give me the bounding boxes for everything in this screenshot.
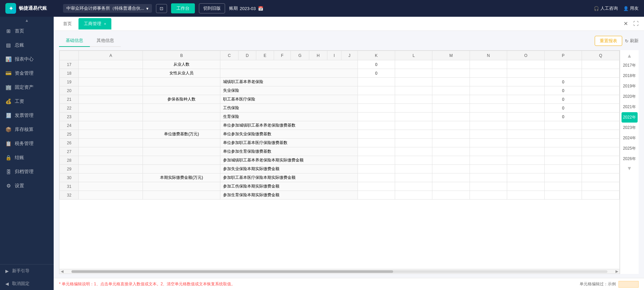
cell-25-N[interactable] [470,130,507,139]
cell-25-C[interactable]: 单位参加失业保险缴费基数 [220,130,358,139]
cell-22-K[interactable] [358,104,395,113]
spreadsheet-scroll[interactable]: ABCDEFGHIJKLMNOPQ 17从业人数018女性从业人员019城镇职工… [59,51,620,269]
cell-32-O[interactable] [507,191,544,200]
cell-19-L[interactable] [395,78,432,86]
cell-18-C[interactable] [220,69,358,78]
sub-tab-basic[interactable]: 基础信息 [59,35,90,47]
cell-20-C[interactable]: 失业保险 [220,86,358,95]
cell-22-A[interactable] [79,104,143,113]
sub-tab-other[interactable]: 其他信息 [90,35,121,47]
cell-22-C[interactable]: 工伤保险 [220,104,358,113]
user-menu[interactable]: 👤 用友 [623,5,639,11]
sidebar-scroll-up[interactable]: ▲ [0,17,54,24]
cell-22-P[interactable]: 0 [544,104,582,113]
cell-25-Q[interactable] [582,130,620,139]
cell-19-O[interactable] [507,78,544,86]
reset-report-button[interactable]: 重置报表 [595,36,622,46]
cell-30-M[interactable] [432,173,470,182]
cell-22-B[interactable] [143,104,220,113]
cell-30-O[interactable] [507,173,544,182]
cell-27-N[interactable] [470,147,507,156]
cell-18-P[interactable] [544,69,582,78]
cell-18-O[interactable] [507,69,544,78]
cell-29-L[interactable] [395,165,432,173]
cell-21-C[interactable]: 职工基本医疗保险 [220,95,358,104]
cell-32-P[interactable] [544,191,582,200]
cell-25-L[interactable] [395,130,432,139]
sidebar-item-settings[interactable]: ⚙ 设置 [0,179,54,193]
sidebar-item-inventory[interactable]: 📦 库存核算 [0,123,54,137]
cell-28-A[interactable] [79,156,143,165]
cell-21-A[interactable] [79,95,143,104]
year-item-2023年[interactable]: 2023年 [622,123,638,133]
cell-17-A[interactable] [79,60,143,69]
cell-29-C[interactable]: 参加失业保险本期实际缴费金额 [220,165,358,173]
cell-26-M[interactable] [432,139,470,147]
cell-21-B[interactable]: 参保各险种人数 [143,95,220,104]
cell-17-C[interactable] [220,60,358,69]
cell-24-N[interactable] [470,121,507,130]
cell-21-N[interactable] [470,95,507,104]
cell-32-M[interactable] [432,191,470,200]
cell-24-Q[interactable] [582,121,620,130]
cell-21-O[interactable] [507,95,544,104]
year-item-2021年[interactable]: 2021年 [622,102,638,112]
cell-32-K[interactable] [358,191,395,200]
cell-20-L[interactable] [395,86,432,95]
cell-25-A[interactable] [79,130,143,139]
cell-22-M[interactable] [432,104,470,113]
cell-31-K[interactable] [358,182,395,191]
cell-26-P[interactable] [544,139,582,147]
cell-27-C[interactable]: 单位参加生育保险缴费基数 [220,147,358,156]
cell-27-B[interactable] [143,147,220,156]
cell-25-O[interactable] [507,130,544,139]
cell-31-Q[interactable] [582,182,620,191]
cell-28-N[interactable] [470,156,507,165]
cell-30-B[interactable]: 本期实际缴费金额(万元) [143,173,220,182]
cell-18-Q[interactable] [582,69,620,78]
cell-24-M[interactable] [432,121,470,130]
year-item-2022年[interactable]: 2022年 [622,112,638,123]
cell-25-K[interactable] [358,130,395,139]
sidebar-bottom-unpin[interactable]: ◀ 取消固定 [0,277,54,290]
cell-18-M[interactable] [432,69,470,78]
h-scroll-track[interactable] [71,270,607,273]
cell-32-L[interactable] [395,191,432,200]
cell-21-Q[interactable] [582,95,620,104]
year-item-2020年[interactable]: 2020年 [622,91,638,102]
year-scroll-down-arrow[interactable]: ▼ [620,164,639,173]
cell-32-B[interactable] [143,191,220,200]
cell-32-Q[interactable] [582,191,620,200]
cell-20-M[interactable] [432,86,470,95]
cell-24-P[interactable] [544,121,582,130]
close-tab-btn[interactable]: ✕ [622,19,629,28]
company-selector[interactable]: 中审众环会计师事务所（特殊普通合伙... ▾ [63,4,152,13]
refresh-button[interactable]: ↻ 刷新 [625,38,639,44]
cell-23-K[interactable] [358,113,395,121]
ai-consult-btn[interactable]: 🎧 人工咨询 [594,5,618,11]
cell-31-C[interactable]: 参加工伤保险本期实际缴费金额 [220,182,358,191]
cell-24-K[interactable] [358,121,395,130]
cell-18-B[interactable]: 女性从业人员 [143,69,220,78]
cell-19-N[interactable] [470,78,507,86]
cell-20-Q[interactable] [582,86,620,95]
sidebar-item-salary[interactable]: 💰 工资 [0,94,54,108]
sidebar-item-report[interactable]: 📊 报表中心 [0,52,54,66]
cell-23-C[interactable]: 生育保险 [220,113,358,121]
cell-19-Q[interactable] [582,78,620,86]
cell-18-A[interactable] [79,69,143,78]
cell-29-Q[interactable] [582,165,620,173]
year-item-2025年[interactable]: 2025年 [622,143,638,154]
cell-30-K[interactable] [358,173,395,182]
cell-28-C[interactable]: 参加城镇职工基本养老保险本期实际缴费金额 [220,156,358,165]
cell-23-M[interactable] [432,113,470,121]
cell-29-B[interactable] [143,165,220,173]
expand-tab-btn[interactable]: ⛶ [632,19,640,28]
copy-icon-btn[interactable]: ⊡ [156,4,167,13]
cell-29-K[interactable] [358,165,395,173]
cell-23-A[interactable] [79,113,143,121]
workbench-button[interactable]: 工作台 [171,3,195,13]
year-item-2017年[interactable]: 2017年 [622,60,638,71]
cell-32-A[interactable] [79,191,143,200]
cell-17-N[interactable] [470,60,507,69]
